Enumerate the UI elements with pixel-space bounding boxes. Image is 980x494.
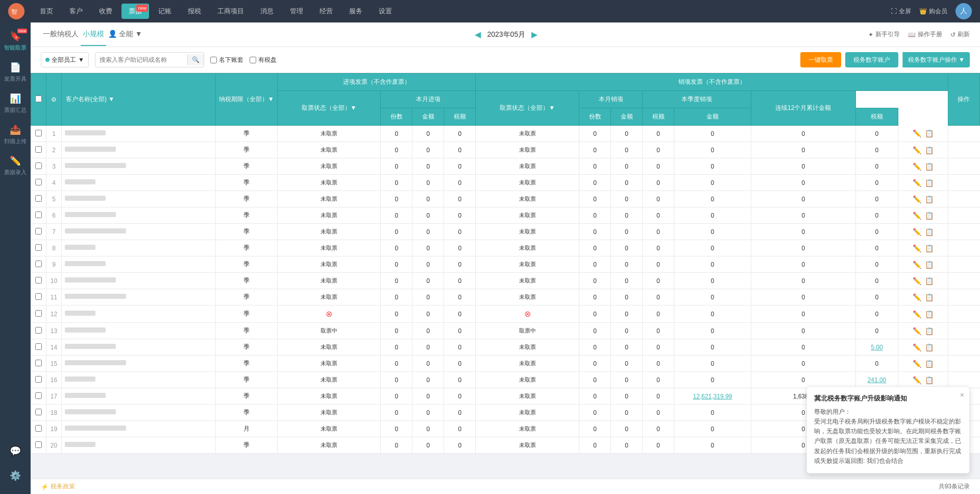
copy-icon[interactable]: 📋 <box>925 277 934 285</box>
q-amount-link[interactable]: 12,621,319.99 <box>693 393 732 400</box>
settings-button[interactable]: ⚙️ <box>5 465 26 486</box>
digital-account-dropdown-button[interactable]: 税务数字账户操作 ▼ <box>902 52 970 67</box>
sidebar-item-record[interactable]: ✏️ 票据录入 <box>2 151 29 180</box>
row-actions: ✏️ 📋 <box>898 126 948 142</box>
edit-icon[interactable]: ✏️ <box>913 228 921 236</box>
one-click-ticket-button[interactable]: 一键取票 <box>800 52 841 67</box>
copy-icon[interactable]: 📋 <box>925 211 934 220</box>
sidebar-item-scan-upload[interactable]: 📤 扫描上传 <box>2 120 29 149</box>
copy-icon[interactable]: 📋 <box>925 129 934 137</box>
row-checkbox[interactable] <box>35 244 42 251</box>
row-checkbox[interactable] <box>35 425 42 432</box>
avatar[interactable]: 人 <box>955 3 972 19</box>
row-checkbox[interactable] <box>35 130 42 136</box>
edit-icon[interactable]: ✏️ <box>913 360 921 368</box>
edit-icon[interactable]: ✏️ <box>913 146 921 154</box>
checkbox-own-accounts-input[interactable] <box>210 57 217 63</box>
row-checkbox[interactable] <box>35 409 42 415</box>
copy-icon[interactable]: 📋 <box>925 146 934 154</box>
row-checkbox[interactable] <box>35 293 42 300</box>
copy-icon[interactable]: 📋 <box>925 244 934 252</box>
nav-message[interactable]: 消息 <box>253 4 281 19</box>
tax-policy-button[interactable]: ⚡ 税务政策 <box>41 482 75 491</box>
edit-icon[interactable]: ✏️ <box>913 211 921 220</box>
copy-icon[interactable]: 📋 <box>925 162 934 171</box>
nav-manage[interactable]: 管理 <box>283 4 310 19</box>
row-checkbox[interactable] <box>35 277 42 284</box>
row-checkbox[interactable] <box>35 211 42 218</box>
checkbox-has-taxdisk[interactable]: 有税盘 <box>250 56 277 64</box>
copy-icon[interactable]: 📋 <box>925 261 934 269</box>
nav-accounting[interactable]: 记账 <box>151 4 179 19</box>
row-checkbox[interactable] <box>35 392 42 399</box>
edit-icon[interactable]: ✏️ <box>913 244 921 252</box>
refresh-button[interactable]: ↺ 刷新 <box>950 30 970 39</box>
nav-invoice[interactable]: 票据 new <box>121 4 149 19</box>
tab-small-scale[interactable]: 小规模 <box>81 23 106 46</box>
sidebar-item-smart-invoice[interactable]: 🔖 智能取票 <box>2 27 29 56</box>
copy-icon[interactable]: 📋 <box>925 310 934 318</box>
member-button[interactable]: 👑 购会员 <box>919 7 947 16</box>
select-all-checkbox[interactable] <box>35 96 42 102</box>
copy-icon[interactable]: 📋 <box>925 179 934 187</box>
checkbox-has-taxdisk-input[interactable] <box>250 57 256 63</box>
edit-icon[interactable]: ✏️ <box>913 376 921 384</box>
nav-operations[interactable]: 经营 <box>312 4 340 19</box>
nav-tax[interactable]: 报税 <box>181 4 208 19</box>
nav-service[interactable]: 服务 <box>342 4 370 19</box>
nav-client[interactable]: 客户 <box>62 4 90 19</box>
tab-general-taxpayer[interactable]: 一般纳税人 <box>41 23 81 46</box>
row-checkbox-cell <box>31 339 46 356</box>
copy-icon[interactable]: 📋 <box>925 293 934 301</box>
copy-icon[interactable]: 📋 <box>925 327 934 335</box>
sidebar-item-summary[interactable]: 📊 票据汇总 <box>2 89 29 118</box>
digital-account-button[interactable]: 税务数字账户 <box>845 52 898 67</box>
row-checkbox[interactable] <box>35 441 42 448</box>
copy-icon[interactable]: 📋 <box>925 360 934 368</box>
nav-business[interactable]: 工商项目 <box>210 4 251 19</box>
chat-button[interactable]: 💬 <box>5 441 26 461</box>
edit-icon[interactable]: ✏️ <box>913 293 921 301</box>
row-checkbox[interactable] <box>35 179 42 185</box>
row-checkbox[interactable] <box>35 327 42 334</box>
search-button[interactable]: 🔍 <box>187 54 204 65</box>
row-checkbox[interactable] <box>35 360 42 366</box>
row-checkbox[interactable] <box>35 195 42 202</box>
cumulative-value-link[interactable]: 5.00 <box>871 344 883 351</box>
nav-settings[interactable]: 设置 <box>372 4 399 19</box>
edit-icon[interactable]: ✏️ <box>913 129 921 137</box>
nav-home[interactable]: 首页 <box>33 4 60 19</box>
edit-icon[interactable]: ✏️ <box>913 310 921 318</box>
edit-icon[interactable]: ✏️ <box>913 261 921 269</box>
row-checkbox[interactable] <box>35 343 42 350</box>
search-input[interactable] <box>95 54 187 65</box>
edit-icon[interactable]: ✏️ <box>913 195 921 203</box>
copy-icon[interactable]: 📋 <box>925 376 934 384</box>
next-month-button[interactable]: ▶ <box>531 30 537 39</box>
new-guide-button[interactable]: ✦ 新手引导 <box>868 30 900 39</box>
copy-icon[interactable]: 📋 <box>925 343 934 351</box>
row-checkbox[interactable] <box>35 146 42 153</box>
row-checkbox[interactable] <box>35 162 42 169</box>
notification-close-button[interactable]: × <box>960 391 964 399</box>
row-checkbox[interactable] <box>35 376 42 383</box>
sidebar-item-open-invoice[interactable]: 📄 发票开具 <box>2 58 29 87</box>
employee-select[interactable]: 全部员工 ▼ <box>41 52 89 67</box>
prev-month-button[interactable]: ◀ <box>475 30 481 39</box>
edit-icon[interactable]: ✏️ <box>913 343 921 351</box>
copy-icon[interactable]: 📋 <box>925 195 934 203</box>
manual-button[interactable]: 📖 操作手册 <box>908 30 942 39</box>
row-checkbox[interactable] <box>35 228 42 234</box>
edit-icon[interactable]: ✏️ <box>913 179 921 187</box>
row-checkbox[interactable] <box>35 261 42 267</box>
row-checkbox[interactable] <box>35 310 42 317</box>
edit-icon[interactable]: ✏️ <box>913 277 921 285</box>
edit-icon[interactable]: ✏️ <box>913 327 921 335</box>
edit-icon[interactable]: ✏️ <box>913 162 921 171</box>
nav-billing[interactable]: 收费 <box>92 4 119 19</box>
cumulative-value-link[interactable]: 241.00 <box>868 377 887 384</box>
fullscreen-button[interactable]: ⛶ 全屏 <box>891 7 911 16</box>
checkbox-own-accounts[interactable]: 名下账套 <box>210 56 243 64</box>
copy-icon[interactable]: 📋 <box>925 228 934 236</box>
tab-all-around[interactable]: 👤 全能 ▼ <box>106 23 144 46</box>
